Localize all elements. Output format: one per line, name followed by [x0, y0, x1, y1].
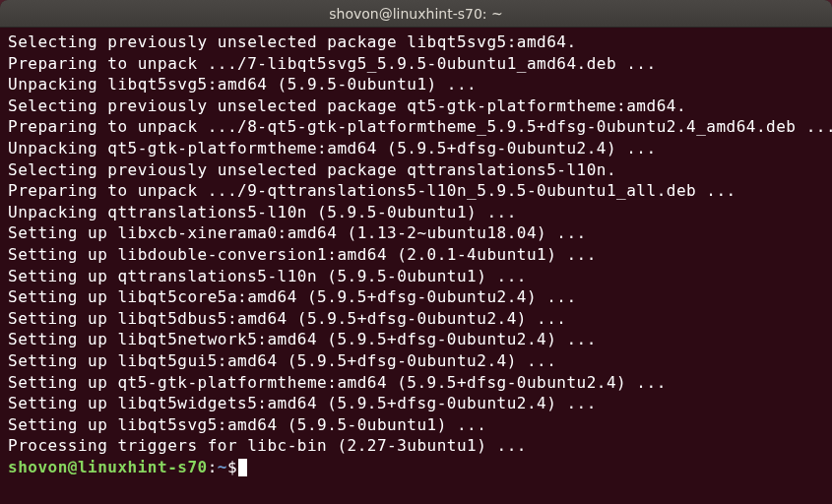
terminal-output-line: Unpacking libqt5svg5:amd64 (5.9.5-0ubunt…	[8, 74, 824, 95]
terminal-output-line: Setting up libqt5gui5:amd64 (5.9.5+dfsg-…	[8, 350, 824, 372]
terminal-output-line: Preparing to unpack .../9-qttranslations…	[8, 180, 824, 202]
terminal-output-line: Setting up qt5-gtk-platformtheme:amd64 (…	[8, 372, 824, 394]
prompt-path: ~	[218, 457, 227, 478]
terminal-output-line: Unpacking qt5-gtk-platformtheme:amd64 (5…	[8, 138, 824, 159]
terminal-output-line: Setting up libqt5widgets5:amd64 (5.9.5+d…	[8, 393, 824, 414]
prompt-dollar: $	[227, 457, 237, 478]
prompt-user-host: shovon@linuxhint-s70	[8, 457, 208, 478]
terminal-output-line: Preparing to unpack .../7-libqt5svg5_5.9…	[8, 53, 824, 75]
terminal-output-line: Setting up qttranslations5-l10n (5.9.5-0…	[8, 266, 824, 287]
window-title: shovon@linuxhint-s70: ~	[329, 6, 502, 22]
titlebar[interactable]: shovon@linuxhint-s70: ~	[0, 0, 832, 28]
terminal-output-line: Unpacking qttranslations5-l10n (5.9.5-0u…	[8, 202, 824, 223]
prompt-colon: :	[208, 457, 218, 478]
terminal-prompt[interactable]: shovon@linuxhint-s70:~$	[8, 457, 824, 478]
terminal-output-line: Selecting previously unselected package …	[8, 159, 824, 181]
terminal-output-line: Selecting previously unselected package …	[8, 32, 824, 53]
terminal-output-line: Setting up libqt5network5:amd64 (5.9.5+d…	[8, 329, 824, 350]
cursor-icon	[238, 459, 247, 476]
terminal-body[interactable]: Selecting previously unselected package …	[0, 28, 832, 504]
terminal-output-line: Selecting previously unselected package …	[8, 95, 824, 117]
terminal-output-line: Processing triggers for libc-bin (2.27-3…	[8, 435, 824, 457]
terminal-window: shovon@linuxhint-s70: ~ Selecting previo…	[0, 0, 832, 504]
terminal-output-line: Setting up libxcb-xinerama0:amd64 (1.13-…	[8, 222, 824, 244]
terminal-output-line: Preparing to unpack .../8-qt5-gtk-platfo…	[8, 116, 824, 138]
terminal-output-line: Setting up libqt5core5a:amd64 (5.9.5+dfs…	[8, 286, 824, 308]
terminal-output-line: Setting up libqt5dbus5:amd64 (5.9.5+dfsg…	[8, 308, 824, 330]
terminal-output-line: Setting up libqt5svg5:amd64 (5.9.5-0ubun…	[8, 414, 824, 436]
terminal-output-line: Setting up libdouble-conversion1:amd64 (…	[8, 244, 824, 266]
